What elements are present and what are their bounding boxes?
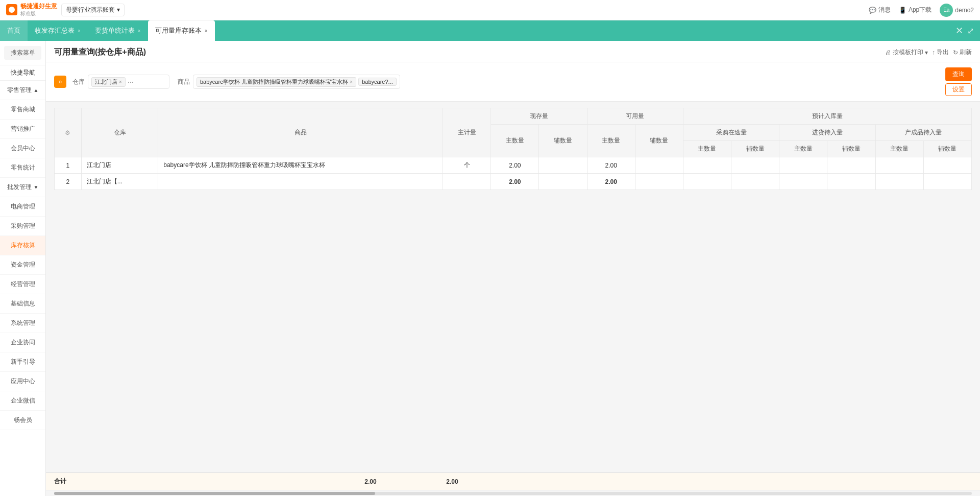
th-product: 商品 xyxy=(158,108,443,157)
th-avail-aux: 辅数量 xyxy=(635,125,683,157)
sidebar-item-enterprise-wechat[interactable]: 企业微信 xyxy=(0,391,45,411)
message-btn[interactable]: 💬 消息 xyxy=(869,6,891,14)
sidebar-item-basic-info[interactable]: 基础信息 xyxy=(0,294,45,314)
td-current-aux-2 xyxy=(539,174,587,190)
gear-icon[interactable]: ⚙ xyxy=(65,129,70,136)
sidebar-item-system-mgmt[interactable]: 系统管理 xyxy=(0,314,45,333)
product-filter-group: 商品 babycare学饮杯 儿童防摔防撞吸管杯重力球吸嘴杯宝宝水杯 × bab… xyxy=(178,75,400,89)
chevron-down-icon: ▾ xyxy=(117,6,120,13)
td-avail-main-1: 2.00 xyxy=(587,157,635,174)
app-download-btn[interactable]: 📱 App下载 xyxy=(899,6,932,14)
td-current-main-2: 2.00 xyxy=(491,174,539,190)
th-production-pending: 产成品待入量 xyxy=(875,125,971,141)
settings-btn[interactable]: 设置 xyxy=(945,83,972,96)
brand-logo: 畅捷通好生意 标准版 xyxy=(6,3,57,17)
industry-label: 母婴行业演示账套 xyxy=(66,6,115,14)
tab-receive-close[interactable]: × xyxy=(78,28,81,34)
sidebar-item-retail-stats[interactable]: 零售统计 xyxy=(0,158,45,178)
sidebar-item-wholesale-mgmt[interactable]: 批发管理 ▼ xyxy=(0,178,45,197)
th-purchase-transit: 采购在途量 xyxy=(683,125,779,141)
filter-toggle-btn[interactable]: » xyxy=(54,76,66,88)
sidebar-item-marketing[interactable]: 营销推广 xyxy=(0,120,45,139)
sidebar-item-enterprise-label: 企业协同 xyxy=(11,338,35,347)
sidebar-item-retail-mgmt[interactable]: 零售管理 ▲ xyxy=(0,81,45,100)
sidebar-item-new-guide[interactable]: 新手引导 xyxy=(0,352,45,372)
footer-pp-main xyxy=(595,478,636,485)
tab-home-label: 首页 xyxy=(7,26,20,35)
query-btn[interactable]: 查询 xyxy=(945,67,972,81)
avatar: Ea xyxy=(940,4,953,17)
tab-order-close[interactable]: × xyxy=(138,28,141,34)
warehouse-tag-close[interactable]: × xyxy=(119,79,122,85)
product-tag-1-close[interactable]: × xyxy=(350,79,353,85)
chevron-right-icon: » xyxy=(59,78,62,85)
chevron-up-icon: ▲ xyxy=(34,87,39,93)
main-layout: 搜索菜单 快捷导航 零售管理 ▲ 零售商城 营销推广 会员中心 零售统计 批发管… xyxy=(0,41,980,496)
nav-tabs: 首页 收发存汇总表 × 要货单统计表 × 可用量库存账本 × ✕ ⤢ xyxy=(0,20,980,41)
print-btn[interactable]: 🖨 按模板打印 ▾ xyxy=(885,48,928,57)
app-icon: 📱 xyxy=(899,7,906,14)
user-profile[interactable]: Ea demo2 xyxy=(940,4,974,17)
sidebar-item-finance-mgmt[interactable]: 资金管理 xyxy=(0,255,45,275)
filter-actions: 查询 设置 xyxy=(945,67,972,96)
print-icon: 🖨 xyxy=(885,49,891,56)
sidebar-item-app-label: 应用中心 xyxy=(11,377,35,386)
td-pt-aux-2 xyxy=(731,174,779,190)
warehouse-tags[interactable]: 江北门店 × ··· xyxy=(88,75,169,89)
td-product-2 xyxy=(158,174,443,190)
sidebar-item-purchase-label: 采购管理 xyxy=(11,222,35,230)
top-bar-left: 畅捷通好生意 标准版 母婴行业演示账套 ▾ xyxy=(6,3,125,17)
td-avail-aux-2 xyxy=(635,174,683,190)
sidebar-item-enterprise-collab[interactable]: 企业协同 xyxy=(0,333,45,352)
sidebar-item-quick-nav[interactable]: 快捷导航 xyxy=(0,65,45,81)
message-label: 消息 xyxy=(878,6,891,14)
th-gear[interactable]: ⚙ xyxy=(55,108,82,157)
sidebar-item-ecommerce[interactable]: 电商管理 xyxy=(0,197,45,217)
td-warehouse-2: 江北门店【... xyxy=(81,174,158,190)
brand-info: 畅捷通好生意 标准版 xyxy=(20,3,57,17)
window-expand-icon[interactable]: ⤢ xyxy=(967,26,974,36)
sidebar-item-member-center[interactable]: 会员中心 xyxy=(0,139,45,158)
scrollbar-track xyxy=(54,492,972,495)
product-tags[interactable]: babycare学饮杯 儿童防摔防撞吸管杯重力球吸嘴杯宝宝水杯 × babyca… xyxy=(193,75,400,89)
table-row: 1 江北门店 babycare学饮杯 儿童防摔防撞吸管杯重力球吸嘴杯宝宝水杯 个… xyxy=(55,157,972,174)
sidebar-item-purchase-mgmt[interactable]: 采购管理 xyxy=(0,217,45,236)
filter-row: 仓库 江北门店 × ··· 商品 babycare学饮杯 儿童防摔防撞吸管杯重力… xyxy=(72,75,939,89)
refresh-btn[interactable]: ↻ 刷新 xyxy=(953,48,972,57)
td-pp-main-1 xyxy=(779,157,827,174)
search-menu-btn[interactable]: 搜索菜单 xyxy=(4,46,41,60)
td-unit-1: 个 xyxy=(443,157,491,174)
user-name: demo2 xyxy=(955,7,974,14)
scrollbar-thumb xyxy=(54,492,375,495)
product-tag-1: babycare学饮杯 儿童防摔防撞吸管杯重力球吸嘴杯宝宝水杯 × xyxy=(197,77,356,87)
sidebar-item-inventory-check[interactable]: 库存核算 xyxy=(0,236,45,255)
th-current-stock: 现存量 xyxy=(491,108,587,125)
th-available: 可用量 xyxy=(587,108,683,125)
export-btn[interactable]: ↑ 导出 xyxy=(932,48,949,57)
td-current-aux-1 xyxy=(539,157,587,174)
sidebar-item-app-center[interactable]: 应用中心 xyxy=(0,372,45,391)
table-row: 2 江北门店【... 2.00 2.00 xyxy=(55,174,972,190)
sidebar-item-vip[interactable]: 畅会员 xyxy=(0,411,45,430)
bottom-scrollbar[interactable] xyxy=(46,490,980,496)
warehouse-ellipsis[interactable]: ··· xyxy=(128,78,134,86)
refresh-icon: ↻ xyxy=(953,49,958,56)
th-warehouse: 仓库 xyxy=(81,108,158,157)
product-tag-2: babycare?... xyxy=(358,78,397,86)
th-pt-aux: 辅数量 xyxy=(731,141,779,157)
sidebar-item-ops-mgmt[interactable]: 经营管理 xyxy=(0,275,45,294)
sidebar-item-retail-mgmt-label: 零售管理 xyxy=(7,86,32,95)
td-unit-2 xyxy=(443,174,491,190)
tab-order-summary[interactable]: 要货单统计表 × xyxy=(88,20,148,41)
tab-receive-summary[interactable]: 收发存汇总表 × xyxy=(28,20,88,41)
industry-select[interactable]: 母婴行业演示账套 ▾ xyxy=(61,4,125,16)
window-close-icon[interactable]: ✕ xyxy=(955,25,963,36)
tab-home[interactable]: 首页 xyxy=(0,20,28,41)
td-warehouse-1: 江北门店 xyxy=(81,157,158,174)
sidebar-item-system-label: 系统管理 xyxy=(11,319,35,327)
svg-point-0 xyxy=(9,7,15,13)
sidebar-item-basic-label: 基础信息 xyxy=(11,299,35,308)
tab-available-close[interactable]: × xyxy=(205,28,208,34)
tab-available-stock[interactable]: 可用量库存账本 × xyxy=(148,20,215,41)
sidebar-item-retail-mall[interactable]: 零售商城 xyxy=(0,100,45,120)
